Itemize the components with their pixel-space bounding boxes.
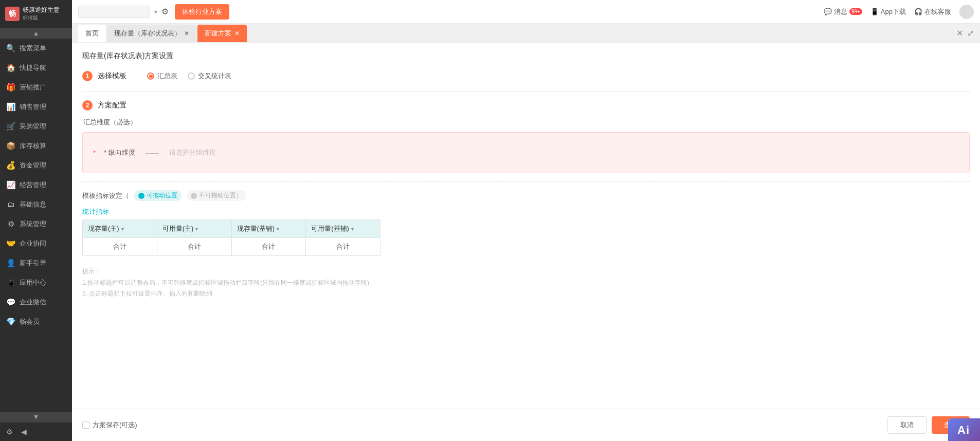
- sidebar-nav: 🔍 搜索菜单 🏠 快捷导航 🎁 营销推广 📊 销售管理 🛒 采购管理 📦 库存核…: [0, 39, 72, 412]
- sidebar-item-wechat[interactable]: 💬 企业微信: [0, 292, 72, 312]
- sidebar-item-search[interactable]: 🔍 搜索菜单: [0, 39, 72, 58]
- logo-text-group: 畅康通好生意 标准版: [23, 6, 60, 22]
- cancel-button[interactable]: 取消: [887, 416, 927, 434]
- sidebar-item-member[interactable]: 💎 畅会员: [0, 312, 72, 332]
- sidebar-item-shortcuts[interactable]: 🏠 快捷导航: [0, 58, 72, 78]
- sidebar-item-operations[interactable]: 📈 经营管理: [0, 175, 72, 195]
- template-radio-group: 汇总表 交叉统计表: [147, 71, 231, 81]
- stats-cell-4: 合计: [306, 238, 380, 255]
- main-area: ▾ ⚙ 体验行业方案 💬 消息 99+ 📱 App下载 🎧 在线客服 首页: [72, 0, 980, 441]
- tab-home[interactable]: 首页: [78, 25, 106, 42]
- app-download-item[interactable]: 📱 App下载: [870, 7, 906, 16]
- radio-cross[interactable]: 交叉统计表: [188, 71, 231, 81]
- tip-1: 1.拖动标题栏可以调整布局，不可跨维度或指标区域拖动栏目字段(只能在同一维度或指…: [82, 278, 970, 289]
- message-badge-item[interactable]: 💬 消息 99+: [824, 7, 862, 16]
- cart-icon: 🛒: [6, 122, 15, 131]
- required-star: *: [93, 149, 96, 157]
- non-draggable-dot: [191, 193, 197, 199]
- stats-col-2[interactable]: 可用量(主) ▾: [157, 220, 232, 237]
- indicator-settings-row: 模板指标设定（ 可拖动位置 不可拖动位置）: [82, 190, 970, 201]
- app-download-label: App下载: [881, 7, 906, 16]
- sidebar-item-sales[interactable]: 📊 销售管理: [0, 97, 72, 117]
- stats-col-1[interactable]: 现存量(主) ▾: [83, 220, 157, 237]
- sidebar-label-basic: 基础信息: [20, 200, 46, 209]
- collapse-icon[interactable]: ◀: [21, 428, 27, 436]
- tab-inventory-close-icon[interactable]: ✕: [184, 30, 189, 37]
- sidebar-item-newbie[interactable]: 👤 新手引导: [0, 253, 72, 273]
- radio-summary-label: 汇总表: [157, 71, 177, 81]
- tips-section: 提示： 1.拖动标题栏可以调整布局，不可跨维度或指标区域拖动栏目字段(只能在同一…: [82, 266, 970, 300]
- tab-new-plan-close-icon[interactable]: ✕: [234, 30, 240, 37]
- radio-cross-label: 交叉统计表: [198, 71, 231, 81]
- box-icon: 📦: [6, 141, 15, 151]
- sidebar-label-purchase: 采购管理: [20, 122, 46, 131]
- sidebar-bottom: ⚙ ◀: [0, 422, 72, 441]
- sidebar-label-system: 系统管理: [20, 219, 46, 229]
- tabbar-actions: ✕ ⤢: [956, 28, 974, 38]
- sidebar-item-basic[interactable]: 🗂 基础信息: [0, 195, 72, 214]
- sidebar-item-marketing[interactable]: 🎁 营销推广: [0, 78, 72, 97]
- gear-icon: ⚙: [6, 219, 15, 229]
- aggregate-dimension-label: 汇总维度（必选）: [83, 118, 970, 127]
- sidebar-label-member: 畅会员: [20, 317, 40, 326]
- sidebar-item-inventory[interactable]: 📦 库存核算: [0, 136, 72, 156]
- logo-icon: 畅: [5, 7, 20, 21]
- avatar[interactable]: [959, 5, 974, 19]
- stats-table: 现存量(主) ▾ 可用量(主) ▾ 现存量(基辅) ▾ 可用量(基辅): [82, 219, 380, 256]
- step2-label: 方案配置: [98, 101, 126, 110]
- non-draggable-label: 不可拖动位置）: [199, 191, 242, 200]
- tab-inventory-status[interactable]: 现存量（库存状况表） ✕: [107, 25, 196, 42]
- stats-col-4-chevron: ▾: [351, 226, 354, 232]
- online-service-item[interactable]: 🎧 在线客服: [914, 7, 951, 16]
- sidebar: 畅 畅康通好生意 标准版 ▲ 🔍 搜索菜单 🏠 快捷导航 🎁 营销推广 📊 销售…: [0, 0, 72, 441]
- sidebar-item-corp[interactable]: 🤝 企业协同: [0, 234, 72, 253]
- message-icon: 💬: [824, 8, 832, 15]
- divider-1: [82, 91, 970, 92]
- topbar-search-input[interactable]: [78, 6, 150, 18]
- stats-col-4[interactable]: 可用量(基辅) ▾: [306, 220, 380, 237]
- sidebar-scroll-up[interactable]: ▲: [0, 28, 72, 39]
- stats-table-header: 现存量(主) ▾ 可用量(主) ▾ 现存量(基辅) ▾ 可用量(基辅): [83, 220, 380, 237]
- dimension-placeholder: 请选择分组维度: [169, 148, 216, 157]
- save-option-label: 方案保存(可选): [93, 420, 137, 430]
- sidebar-item-purchase[interactable]: 🛒 采购管理: [0, 117, 72, 136]
- stats-col-3[interactable]: 现存量(基辅) ▾: [232, 220, 306, 237]
- radio-summary-circle: [147, 72, 154, 80]
- sidebar-scroll-down[interactable]: ▼: [0, 412, 72, 422]
- step2-num: 2: [82, 100, 93, 111]
- sidebar-label-corp: 企业协同: [20, 239, 46, 248]
- save-option[interactable]: 方案保存(可选): [82, 420, 137, 430]
- draggable-label: 可拖动位置: [147, 191, 177, 200]
- sidebar-label-operations: 经营管理: [20, 180, 46, 190]
- save-checkbox[interactable]: [82, 421, 89, 429]
- settings-icon[interactable]: ⚙: [6, 428, 13, 436]
- tab-new-plan[interactable]: 新建方案 ✕: [197, 25, 247, 42]
- home-icon: 🏠: [6, 63, 15, 72]
- message-label: 消息: [834, 7, 847, 16]
- stats-col-1-chevron: ▾: [121, 226, 124, 232]
- step1-num: 1: [82, 71, 93, 81]
- tabbar-close-icon[interactable]: ✕: [956, 28, 963, 38]
- sidebar-item-system[interactable]: ⚙ 系统管理: [0, 214, 72, 234]
- required-dimension-area[interactable]: * * 纵向维度 —— 请选择分组维度: [82, 132, 970, 173]
- radio-summary[interactable]: 汇总表: [147, 71, 177, 81]
- topbar-settings-icon[interactable]: ⚙: [161, 7, 169, 16]
- ai-badge[interactable]: Ai: [948, 418, 980, 441]
- draggable-toggle[interactable]: 可拖动位置: [134, 190, 182, 201]
- industry-btn[interactable]: 体验行业方案: [175, 4, 229, 20]
- tabbar-expand-icon[interactable]: ⤢: [967, 28, 974, 38]
- tip-2: 2. 点击标题栏下拉可设置排序、插入列和删除列: [82, 288, 970, 300]
- gift-icon: 🎁: [6, 83, 15, 92]
- stats-section-label: 统计指标: [82, 207, 970, 216]
- chat-icon: 💬: [6, 298, 15, 307]
- diamond-icon: 💎: [6, 317, 15, 326]
- online-service-label: 在线客服: [924, 7, 951, 16]
- message-badge: 99+: [849, 8, 862, 15]
- sidebar-label-search: 搜索菜单: [20, 44, 46, 53]
- tab-new-plan-label: 新建方案: [205, 29, 231, 38]
- tab-inventory-label: 现存量（库存状况表）: [114, 29, 181, 38]
- section2-header: 2 方案配置: [82, 100, 970, 111]
- topbar-chevron-icon[interactable]: ▾: [154, 8, 157, 15]
- sidebar-item-apps[interactable]: 📱 应用中心: [0, 273, 72, 292]
- sidebar-item-finance[interactable]: 💰 资金管理: [0, 156, 72, 175]
